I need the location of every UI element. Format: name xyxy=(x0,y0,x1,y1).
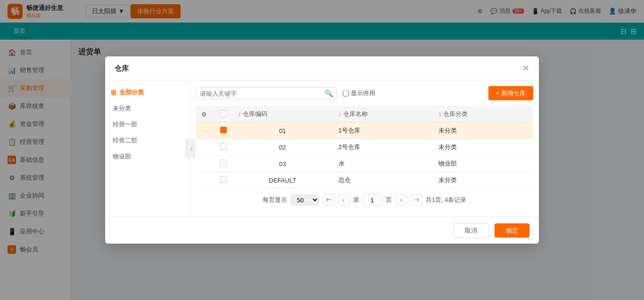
table-row[interactable]: 03 水 物业部 xyxy=(196,155,533,172)
category-item-dept1[interactable]: 经营一部 xyxy=(105,117,190,133)
modal-footer: 取消 确定 xyxy=(105,217,539,244)
row-gear[interactable] xyxy=(196,139,215,155)
row-checkbox-cell xyxy=(215,155,232,172)
modal-close-button[interactable]: ✕ xyxy=(522,63,529,74)
warehouse-modal: 仓库 ✕ ⊞ 全部分类 未分类 经营一部 经营二部 物业部 《 🔍 xyxy=(105,57,539,244)
add-warehouse-button[interactable]: + 新增仓库 xyxy=(488,86,533,100)
row-more-dots: ··· xyxy=(203,127,208,134)
table-toolbar: 🔍 显示停用 + 新增仓库 xyxy=(196,86,533,100)
grid-icon: ⊞ xyxy=(111,89,116,96)
col-category: ↕ 仓库分类 xyxy=(433,106,533,123)
row-checkbox-cell xyxy=(215,172,232,188)
modal-title: 仓库 xyxy=(115,64,129,73)
row-checkbox-4[interactable] xyxy=(220,176,227,183)
row-num: 03 xyxy=(232,155,333,172)
row-num: 01 xyxy=(232,122,333,139)
show-disabled-checkbox[interactable]: 显示停用 xyxy=(343,89,375,98)
row-gear[interactable] xyxy=(196,172,215,188)
table-container: ⚙ ↕ 仓库编码 ↕ 仓库名称 ↕ 仓库分类 xyxy=(196,106,533,189)
row-gear[interactable] xyxy=(196,155,215,172)
table-panel: 🔍 显示停用 + 新增仓库 ⚙ ↕ 仓库编码 xyxy=(190,81,539,217)
row-category: 未分类 xyxy=(433,122,533,139)
row-num: 02 xyxy=(232,139,333,155)
next-page-button[interactable]: › xyxy=(396,194,407,206)
search-box: 🔍 xyxy=(196,87,337,100)
row-num: DEFAULT xyxy=(232,172,333,188)
table-row[interactable]: DEFAULT 总仓 未分类 xyxy=(196,172,533,188)
modal-body: ⊞ 全部分类 未分类 经营一部 经营二部 物业部 《 🔍 显示停用 + 新增 xyxy=(105,81,539,217)
select-all-checkbox[interactable] xyxy=(220,110,227,117)
row-category: 物业部 xyxy=(433,155,533,172)
category-item-property[interactable]: 物业部 xyxy=(105,149,190,165)
warehouse-table: ⚙ ↕ 仓库编码 ↕ 仓库名称 ↕ 仓库分类 xyxy=(196,106,533,189)
col-code: ↕ 仓库编码 xyxy=(232,106,333,123)
col-checkbox xyxy=(215,106,232,123)
row-name: 1号仓库 xyxy=(333,122,433,139)
row-category: 未分类 xyxy=(433,139,533,155)
modal-header: 仓库 ✕ xyxy=(105,57,539,81)
row-category: 未分类 xyxy=(433,172,533,188)
row-name: 总仓 xyxy=(333,172,433,188)
row-checkbox-cell xyxy=(215,139,232,155)
collapse-category-button[interactable]: 《 xyxy=(186,139,195,158)
category-item-unclassified[interactable]: 未分类 xyxy=(105,100,190,117)
pagination: 每页显示 50 20 100 ⊢ ‹ 第 页 › ⊣ 共1页, 4条记录 xyxy=(196,189,533,211)
table-row[interactable]: ··· 01 1号仓库 未分类 xyxy=(196,122,533,139)
per-page-select[interactable]: 50 20 100 xyxy=(291,194,319,205)
search-input[interactable] xyxy=(200,90,322,97)
col-name: ↕ 仓库名称 xyxy=(333,106,433,123)
row-name: 2号仓库 xyxy=(333,139,433,155)
last-page-button[interactable]: ⊣ xyxy=(411,194,422,206)
page-number-input[interactable] xyxy=(363,194,382,206)
row-name: 水 xyxy=(333,155,433,172)
col-gear: ⚙ xyxy=(196,106,215,123)
row-checkbox-1[interactable] xyxy=(220,126,227,133)
category-item-dept2[interactable]: 经营二部 xyxy=(105,133,190,149)
table-row[interactable]: 02 2号仓库 未分类 xyxy=(196,139,533,155)
row-checkbox-2[interactable] xyxy=(220,143,227,150)
category-panel: ⊞ 全部分类 未分类 经营一部 经营二部 物业部 《 xyxy=(105,81,190,217)
show-disabled-check[interactable] xyxy=(343,90,349,96)
search-icon: 🔍 xyxy=(325,90,333,97)
confirm-button[interactable]: 确定 xyxy=(495,224,529,238)
prev-page-button[interactable]: ‹ xyxy=(338,194,349,206)
first-page-button[interactable]: ⊢ xyxy=(323,194,334,206)
cancel-button[interactable]: 取消 xyxy=(453,223,489,238)
row-checkbox-cell xyxy=(215,122,232,139)
all-categories-header[interactable]: ⊞ 全部分类 xyxy=(105,84,190,100)
row-checkbox-3[interactable] xyxy=(220,159,227,166)
row-gear[interactable]: ··· xyxy=(196,122,215,139)
